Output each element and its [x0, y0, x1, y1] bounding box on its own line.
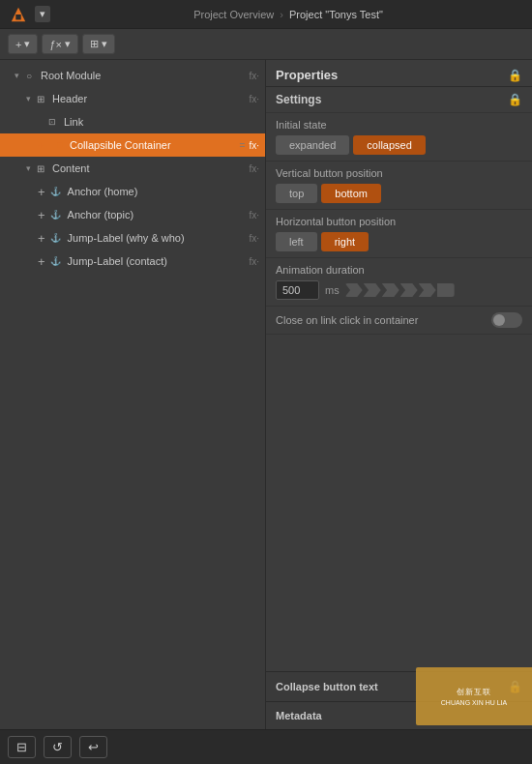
animation-value-input[interactable]: [276, 280, 319, 300]
btn-top[interactable]: top: [276, 184, 317, 203]
close-link-row: Close on link click in container: [266, 307, 532, 335]
tree-item-root[interactable]: ▾ ○ Root Module fx·: [0, 64, 265, 87]
tree-fx-root: fx·: [249, 71, 265, 81]
horizontal-position-label: Horizontal button position: [276, 216, 522, 227]
btn-collapsed[interactable]: collapsed: [353, 135, 425, 155]
initial-state-row: Initial state expanded collapsed: [266, 113, 532, 162]
chevron-5[interactable]: [419, 283, 436, 297]
taskbar-btn-3[interactable]: ↩: [79, 736, 107, 758]
tree-arrow-root: ▾: [12, 71, 21, 80]
main-container: ▾ ○ Root Module fx· ▾ ⊞ Header fx· ⊡ Lin…: [0, 60, 532, 729]
tree-arrow-header: ▾: [23, 94, 33, 103]
svg-rect-1: [15, 15, 20, 19]
close-link-toggle[interactable]: [491, 312, 522, 328]
btn-expanded[interactable]: expanded: [276, 135, 349, 155]
tree-fx-header: fx·: [249, 94, 265, 104]
animation-duration-row: Animation duration ms: [266, 258, 532, 307]
anchor-topic-icon: ⚓: [48, 207, 64, 222]
btn-right[interactable]: right: [321, 232, 369, 251]
properties-panel: Properties 🔒 Settings 🔒 Initial state ex…: [266, 60, 532, 729]
initial-state-btn-group: expanded collapsed: [276, 135, 522, 155]
tree-arrow-content: ▾: [23, 163, 33, 173]
jumplabel-why-icon: ⚓: [48, 230, 64, 246]
tree-equals-collapsible: =: [240, 140, 250, 151]
taskbar-btn-1[interactable]: ⊟: [8, 736, 36, 758]
tree-fx-jumplabel-why: fx·: [249, 233, 265, 244]
copy-icon: ⊞: [90, 38, 99, 50]
tree-add-anchor-home[interactable]: +: [35, 185, 48, 199]
tree-add-jumplabel-contact[interactable]: +: [35, 254, 48, 269]
add-icon: +: [15, 39, 21, 50]
settings-lock-icon: 🔒: [508, 93, 522, 106]
tree-label-jumplabel-why: Jump-Label (why & who): [68, 232, 250, 244]
root-module-icon: ○: [21, 68, 37, 83]
spacer: [266, 335, 532, 671]
animation-controls: ms: [276, 280, 522, 300]
tree-add-anchor-topic[interactable]: +: [35, 208, 48, 222]
vertical-position-label: Vertical button position: [276, 167, 522, 179]
chevron-1[interactable]: [345, 283, 363, 297]
tree-item-jumplabel-contact[interactable]: + ⚓ Jump-Label (contact) fx·: [0, 250, 265, 273]
chevron-3[interactable]: [382, 283, 399, 297]
taskbar: ⊟ ↺ ↩: [0, 729, 532, 764]
collapse-button-text-title: Collapse button text: [276, 681, 378, 692]
breadcrumb-separator: ›: [280, 9, 283, 20]
properties-header: Properties 🔒: [266, 60, 532, 87]
tree-label-anchor-home: Anchor (home): [68, 186, 265, 197]
header-icon: ⊞: [33, 91, 48, 106]
metadata-title: Metadata: [276, 710, 322, 721]
animation-chevrons: [345, 283, 455, 297]
chevron-2[interactable]: [364, 283, 381, 297]
watermark-text-2: CHUANG XIN HU LIA: [441, 699, 507, 706]
tree-item-link[interactable]: ⊡ Link: [0, 110, 265, 133]
horizontal-position-btn-group: left right: [276, 232, 522, 251]
chevron-6[interactable]: [437, 283, 455, 297]
func-label: ƒ×: [49, 39, 62, 50]
btn-left[interactable]: left: [276, 232, 317, 251]
tree-add-jumplabel-why[interactable]: +: [35, 231, 48, 246]
settings-title: Settings: [276, 93, 321, 106]
copy-arrow-icon: ▾: [102, 38, 107, 50]
add-arrow-icon: ▾: [24, 38, 30, 50]
breadcrumb-part1: Project Overview: [193, 9, 274, 20]
tree-label-link: Link: [64, 116, 265, 128]
watermark-text-1: 创新互联: [457, 687, 491, 697]
tree-item-anchor-topic[interactable]: + ⚓ Anchor (topic) fx·: [0, 203, 265, 226]
tree-item-jumplabel-why[interactable]: + ⚓ Jump-Label (why & who) fx·: [0, 226, 265, 250]
toolbar: + ▾ ƒ× ▾ ⊞ ▾: [0, 29, 532, 60]
tree-fx-collapsible: fx·: [249, 140, 265, 151]
tree-fx-anchor-topic: fx·: [249, 210, 265, 220]
func-button[interactable]: ƒ× ▾: [42, 34, 78, 54]
chevron-4[interactable]: [400, 283, 418, 297]
initial-state-label: Initial state: [276, 119, 522, 131]
tree-item-content[interactable]: ▾ ⊞ Content fx·: [0, 157, 265, 180]
link-icon: ⊡: [44, 114, 60, 130]
app-logo: [8, 4, 29, 25]
tree-item-collapsible[interactable]: + □ Collapsible Container = fx·: [0, 133, 265, 157]
tree-panel: ▾ ○ Root Module fx· ▾ ⊞ Header fx· ⊡ Lin…: [0, 60, 266, 729]
copy-button[interactable]: ⊞ ▾: [82, 34, 115, 54]
collapsible-box-icon: □: [52, 137, 68, 153]
properties-lock-icon: 🔒: [508, 69, 522, 82]
breadcrumb-current: Project "Tonys Test": [289, 9, 383, 20]
tree-label-header: Header: [52, 93, 249, 104]
tree-item-anchor-home[interactable]: + ⚓ Anchor (home): [0, 180, 265, 203]
tree-item-header[interactable]: ▾ ⊞ Header fx·: [0, 87, 265, 110]
tree-label-content: Content: [52, 162, 249, 174]
taskbar-btn-2[interactable]: ↺: [44, 736, 72, 758]
breadcrumb: Project Overview › Project "Tonys Test": [52, 9, 524, 20]
content-icon: ⊞: [33, 161, 48, 176]
anchor-home-icon: ⚓: [48, 184, 64, 199]
btn-bottom[interactable]: bottom: [321, 184, 381, 203]
settings-section-header: Settings 🔒: [266, 87, 532, 113]
top-bar: ▾ Project Overview › Project "Tonys Test…: [0, 0, 532, 29]
app-menu-button[interactable]: ▾: [35, 6, 50, 22]
tree-label-jumplabel-contact: Jump-Label (contact): [68, 255, 250, 267]
func-arrow-icon: ▾: [65, 38, 71, 50]
properties-title: Properties: [276, 68, 338, 82]
collapsible-icon: +: [33, 137, 48, 153]
jumplabel-contact-icon: ⚓: [48, 253, 64, 269]
add-button[interactable]: + ▾: [8, 34, 38, 54]
toggle-switch-knob: [493, 314, 505, 326]
horizontal-position-row: Horizontal button position left right: [266, 210, 532, 258]
